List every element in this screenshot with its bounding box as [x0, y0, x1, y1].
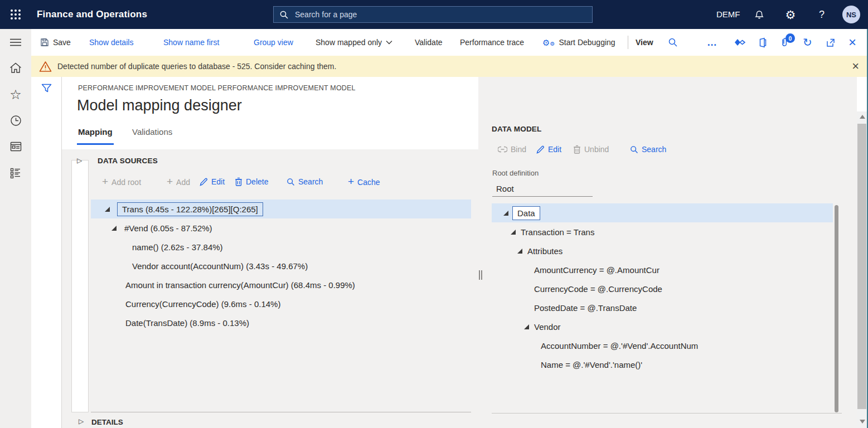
pencil-icon — [536, 145, 545, 154]
tree-row[interactable]: Name = @.'#Vend'.'name()' — [492, 355, 833, 374]
validate-button[interactable]: Validate — [415, 29, 443, 56]
tree-node-label[interactable]: AmountCurrency = @.AmountCur — [534, 265, 660, 275]
open-in-office-icon[interactable] — [757, 29, 768, 56]
tree-node-label[interactable]: Currency(CurrencyCode) (9.6ms - 0.14%) — [125, 299, 280, 309]
start-debugging-button[interactable]: ⚙⚙ Start Debugging — [542, 29, 615, 56]
chevron-down-icon — [386, 40, 392, 45]
tab-validations[interactable]: Validations — [132, 127, 172, 137]
search-icon — [279, 10, 289, 20]
action-search-icon[interactable] — [668, 29, 678, 56]
data-sources-collapse-strip[interactable] — [71, 160, 89, 412]
attachments-paperclip-icon[interactable]: 0 — [779, 29, 789, 56]
close-page-icon[interactable]: × — [848, 29, 856, 56]
expanded-triangle-icon[interactable] — [517, 249, 522, 254]
ds-search-button[interactable]: Search — [287, 177, 323, 186]
tree-node-label[interactable]: Data — [512, 206, 540, 220]
tree-row[interactable]: AmountCurrency = @.AmountCur — [492, 260, 833, 279]
details-section-label[interactable]: DETAILS — [91, 418, 123, 426]
expanded-triangle-icon[interactable] — [524, 324, 529, 329]
notifications-bell-icon[interactable] — [749, 0, 769, 29]
bind-button[interactable]: Bind — [498, 145, 526, 154]
tree-node-label[interactable]: Attributes — [527, 246, 562, 256]
add-button[interactable]: + Add — [167, 177, 190, 187]
page-scrollbar-thumb[interactable] — [857, 124, 866, 409]
data-model-scrollbar-thumb[interactable] — [835, 205, 838, 412]
expanded-triangle-icon[interactable] — [105, 207, 110, 212]
user-avatar[interactable]: NS — [842, 6, 860, 23]
favorites-star-icon[interactable]: ☆ — [0, 85, 31, 105]
diamonds-icon[interactable] — [734, 29, 746, 56]
tree-node-label[interactable]: #Vend (6.05s - 87.52%) — [124, 223, 212, 233]
tree-row[interactable]: CurrencyCode = @.CurrencyCode — [492, 279, 833, 298]
tree-node-label[interactable]: Date(TransDate) (8.9ms - 0.13%) — [125, 318, 249, 328]
settings-gear-icon[interactable]: ⚙ — [780, 0, 801, 29]
modules-list-icon[interactable] — [0, 163, 31, 183]
filter-funnel-icon[interactable] — [41, 84, 52, 94]
tree-row[interactable]: #Vend (6.05s - 87.52%) — [91, 218, 471, 237]
save-button[interactable]: Save — [40, 29, 71, 56]
open-in-new-window-icon[interactable] — [825, 29, 836, 56]
unbind-button[interactable]: Unbind — [573, 145, 609, 154]
company-selector[interactable]: DEMF — [716, 0, 740, 29]
dm-edit-button[interactable]: Edit — [536, 145, 561, 154]
dm-search-button[interactable]: Search — [630, 145, 666, 154]
expanded-triangle-icon[interactable] — [111, 226, 117, 231]
tree-node-label[interactable]: Name = @.'#Vend'.'name()' — [541, 360, 642, 369]
root-definition-value[interactable]: Root — [496, 184, 514, 193]
expanded-triangle-icon[interactable] — [503, 211, 508, 216]
cache-button[interactable]: + Cache — [348, 177, 380, 187]
banner-close-icon[interactable]: × — [852, 56, 859, 77]
tree-row[interactable]: PostedDate = @.TransDate — [492, 298, 833, 317]
group-view-button[interactable]: Group view — [254, 29, 293, 56]
tree-node-label[interactable]: name() (2.62s - 37.84%) — [132, 242, 223, 252]
add-root-button[interactable]: + Add root — [102, 177, 141, 187]
tab-mapping[interactable]: Mapping — [78, 127, 113, 137]
scrollbar-up-arrow[interactable] — [860, 115, 865, 119]
tree-node-label[interactable]: Amount in transaction currency(AmountCur… — [125, 280, 355, 290]
help-icon[interactable]: ? — [812, 0, 832, 29]
tree-row[interactable]: Transaction = Trans — [492, 222, 833, 241]
home-icon[interactable] — [0, 58, 31, 78]
tree-row[interactable]: Vendor — [492, 317, 833, 336]
debug-gears-icon: ⚙⚙ — [542, 38, 555, 47]
collapse-chevron-icon[interactable]: ▷ — [77, 157, 82, 164]
view-menu-button[interactable]: View — [636, 29, 653, 56]
tree-node-label[interactable]: Trans (8.45s - 122.28%)[265][Q:265] — [117, 202, 263, 216]
tree-row[interactable]: Trans (8.45s - 122.28%)[265][Q:265] — [91, 200, 471, 218]
tree-node-label[interactable]: Vendor — [534, 322, 561, 332]
action-bar-separator — [628, 36, 628, 49]
tree-node-label[interactable]: Vendor account(AccountNum) (3.43s - 49.6… — [132, 261, 308, 271]
performance-trace-button[interactable]: Performance trace — [460, 29, 524, 56]
workspaces-icon[interactable] — [0, 137, 31, 157]
tree-row[interactable]: Attributes — [492, 241, 833, 260]
tree-node-label[interactable]: Transaction = Trans — [521, 227, 594, 237]
expanded-triangle-icon[interactable] — [511, 230, 516, 235]
tree-node-label[interactable]: PostedDate = @.TransDate — [534, 303, 637, 313]
hamburger-menu-icon[interactable] — [0, 32, 31, 52]
page-search-input[interactable] — [294, 9, 586, 20]
waffle-menu-icon[interactable] — [7, 6, 25, 23]
plus-icon: + — [102, 176, 108, 187]
tree-row[interactable]: AccountNumber = @.'#Vend'.AccountNum — [492, 336, 833, 355]
details-chevron-icon[interactable]: ▷ — [79, 417, 84, 425]
tree-node-label[interactable]: CurrencyCode = @.CurrencyCode — [534, 284, 662, 294]
show-details-button[interactable]: Show details — [89, 29, 133, 56]
tree-row[interactable]: name() (2.62s - 37.84%) — [91, 237, 471, 256]
scrollbar-down-arrow[interactable] — [860, 420, 865, 424]
tree-row[interactable]: Currency(CurrencyCode) (9.6ms - 0.14%) — [91, 294, 471, 313]
tree-node-label[interactable]: AccountNumber = @.'#Vend'.AccountNum — [541, 341, 698, 351]
tree-row[interactable]: Data — [492, 203, 833, 222]
delete-button[interactable]: Delete — [235, 177, 268, 186]
more-options-button[interactable]: … — [707, 29, 718, 56]
panel-splitter-handle[interactable] — [479, 270, 483, 280]
show-name-first-button[interactable]: Show name first — [163, 29, 219, 56]
tree-row[interactable]: Date(TransDate) (8.9ms - 0.13%) — [91, 313, 471, 332]
page-search-box[interactable] — [273, 6, 593, 23]
edit-button[interactable]: Edit — [200, 177, 225, 186]
show-mapped-only-dropdown[interactable]: Show mapped only — [316, 29, 392, 56]
recent-clock-icon[interactable] — [0, 110, 31, 130]
tree-row[interactable]: Amount in transaction currency(AmountCur… — [91, 275, 471, 294]
refresh-icon[interactable]: ↻ — [803, 29, 812, 56]
data-model-bottom-divider — [492, 413, 842, 414]
tree-row[interactable]: Vendor account(AccountNum) (3.43s - 49.6… — [91, 256, 471, 275]
